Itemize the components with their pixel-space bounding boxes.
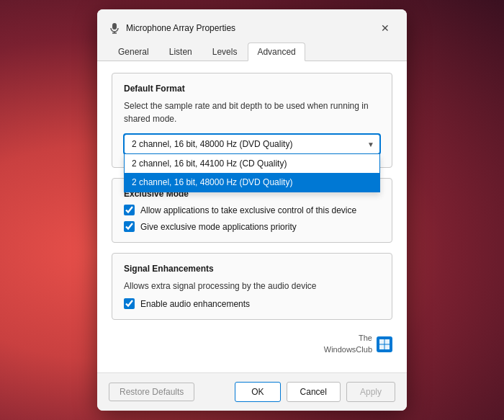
- allow-exclusive-checkbox[interactable]: [124, 205, 135, 215]
- enable-enhancements-label: Enable audio enhancements: [140, 299, 250, 309]
- sample-rate-dropdown-wrapper: 2 channel, 16 bit, 44100 Hz (CD Quality)…: [124, 134, 380, 154]
- close-button[interactable]: ✕: [375, 18, 395, 38]
- footer-buttons: OK Cancel Apply: [235, 382, 395, 402]
- allow-exclusive-row: Allow applications to take exclusive con…: [124, 205, 380, 215]
- dropdown-open-list: 2 channel, 16 bit, 44100 Hz (CD Quality)…: [124, 154, 380, 192]
- restore-defaults-button[interactable]: Restore Defaults: [109, 383, 194, 401]
- tab-advanced[interactable]: Advanced: [248, 43, 305, 61]
- ok-button[interactable]: OK: [235, 382, 280, 402]
- allow-exclusive-label: Allow applications to take exclusive con…: [140, 205, 356, 215]
- svg-rect-3: [379, 339, 384, 344]
- sample-rate-dropdown[interactable]: 2 channel, 16 bit, 44100 Hz (CD Quality)…: [124, 134, 380, 154]
- dialog-title: Microphone Array Properties: [126, 23, 375, 33]
- tab-listen[interactable]: Listen: [160, 43, 202, 61]
- title-bar: Microphone Array Properties ✕: [97, 9, 407, 38]
- default-format-description: Select the sample rate and bit depth to …: [124, 99, 380, 125]
- tab-levels[interactable]: Levels: [203, 43, 247, 61]
- give-priority-label: Give exclusive mode applications priorit…: [140, 222, 297, 232]
- signal-enhancements-description: Allows extra signal processing by the au…: [124, 280, 380, 292]
- watermark-area: The WindowsClub: [112, 330, 392, 361]
- tab-general[interactable]: General: [109, 43, 158, 61]
- svg-rect-6: [385, 344, 390, 349]
- tab-bar: General Listen Levels Advanced: [97, 38, 407, 61]
- default-format-title: Default Format: [124, 84, 380, 94]
- dropdown-option-cd[interactable]: 2 channel, 16 bit, 44100 Hz (CD Quality): [125, 154, 379, 173]
- dialog-footer: Restore Defaults OK Cancel Apply: [97, 372, 407, 411]
- give-priority-checkbox[interactable]: [124, 221, 135, 232]
- tab-content: Default Format Select the sample rate an…: [97, 61, 407, 372]
- svg-rect-5: [379, 344, 384, 349]
- enable-enhancements-row: Enable audio enhancements: [124, 298, 380, 309]
- apply-button[interactable]: Apply: [346, 382, 395, 402]
- signal-enhancements-title: Signal Enhancements: [124, 264, 380, 274]
- default-format-section: Default Format Select the sample rate an…: [112, 73, 392, 168]
- svg-rect-4: [385, 339, 390, 344]
- microphone-icon: [109, 22, 120, 34]
- watermark-text: The WindowsClub: [324, 333, 372, 355]
- signal-enhancements-section: Signal Enhancements Allows extra signal …: [112, 253, 392, 320]
- svg-rect-0: [112, 23, 117, 30]
- windows-icon: [377, 336, 392, 352]
- cancel-button[interactable]: Cancel: [287, 382, 341, 402]
- dropdown-option-dvd[interactable]: 2 channel, 16 bit, 48000 Hz (DVD Quality…: [125, 173, 379, 192]
- dialog-window: Microphone Array Properties ✕ General Li…: [97, 9, 407, 411]
- enable-enhancements-checkbox[interactable]: [124, 298, 135, 309]
- give-priority-row: Give exclusive mode applications priorit…: [124, 221, 380, 232]
